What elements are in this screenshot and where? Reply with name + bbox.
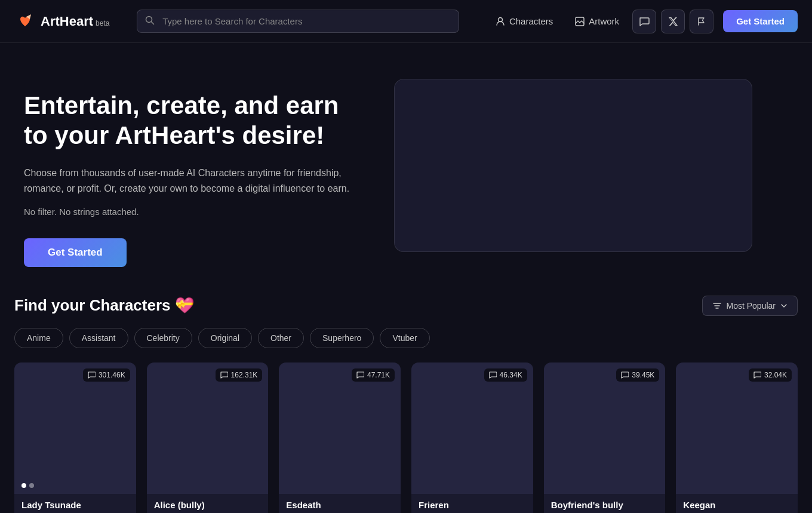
- section-title: Find your Characters 💝: [14, 296, 194, 315]
- hero-image: [394, 79, 752, 252]
- nav-get-started-button[interactable]: Get Started: [723, 10, 798, 32]
- hero-title: Entertain, create, and earn to your ArtH…: [24, 91, 358, 151]
- chat-icon-btn[interactable]: [632, 10, 656, 33]
- nav-artwork-link[interactable]: Artwork: [566, 11, 628, 32]
- flag-icon-btn[interactable]: [690, 10, 713, 33]
- card-dots: [21, 483, 34, 488]
- filter-tag-assistant[interactable]: Assistant: [69, 328, 128, 348]
- card-image: 47.71K: [279, 363, 401, 494]
- card-image: 39.45K: [544, 363, 666, 494]
- filter-tag-vtuber[interactable]: Vtuber: [380, 328, 429, 348]
- card-name: Alice (bully): [154, 500, 262, 510]
- card-name: Boyfriend's bully: [551, 500, 659, 510]
- section-header: Find your Characters 💝 Most Popular: [14, 296, 798, 316]
- card-4[interactable]: 46.34KFrierenFrieren is the main: [411, 363, 533, 513]
- sort-label: Most Popular: [727, 301, 776, 311]
- card-count-badge: 47.71K: [352, 368, 395, 382]
- sort-dropdown[interactable]: Most Popular: [702, 296, 798, 316]
- hero-text-area: Entertain, create, and earn to your ArtH…: [24, 79, 358, 267]
- card-2[interactable]: 162.31KAlice (bully)Alice is a schoolgir…: [147, 363, 269, 513]
- card-image: 32.04K: [676, 363, 798, 494]
- twitter-x-icon: [668, 17, 678, 26]
- search-bar: [137, 10, 459, 33]
- card-name: Frieren: [419, 500, 526, 510]
- hero-section: Entertain, create, and earn to your ArtH…: [0, 43, 812, 291]
- card-5[interactable]: 39.45KBoyfriend's bullyHis name is Marcu…: [544, 363, 666, 513]
- hero-description: Choose from thousands of user-made AI Ch…: [24, 165, 358, 197]
- card-body: EsdeathEsdeath was a high-ranking: [279, 494, 401, 513]
- twitter-icon-btn[interactable]: [661, 10, 685, 33]
- card-name: Keegan: [683, 500, 791, 510]
- card-body: Alice (bully)Alice is a schoolgirl at yo…: [147, 494, 269, 513]
- filter-tag-other[interactable]: Other: [258, 328, 304, 348]
- artwork-nav-icon: [574, 16, 585, 27]
- search-icon: [145, 16, 155, 27]
- nav-right: Characters Artwork Get Started: [487, 10, 798, 33]
- card-body: FrierenFrieren is the main: [411, 494, 533, 513]
- card-image: 162.31K: [147, 363, 269, 494]
- cards-grid: 301.46KLady TsunadeTsunade (綱手) is a162.…: [0, 363, 812, 513]
- brand-name: ArtHeartbeta: [41, 14, 109, 29]
- card-6[interactable]: 32.04KKeeganserious with: [676, 363, 798, 513]
- card-name: Esdeath: [286, 500, 393, 510]
- filter-tag-anime[interactable]: Anime: [14, 328, 63, 348]
- logo-area[interactable]: ArtHeartbeta: [14, 11, 109, 32]
- hero-get-started-button[interactable]: Get Started: [24, 238, 127, 267]
- card-image: 46.34K: [411, 363, 533, 494]
- hero-tagline: No filter. No strings attached.: [24, 207, 358, 217]
- chat-icon: [639, 16, 650, 27]
- flag-icon: [697, 17, 706, 26]
- nav-characters-link[interactable]: Characters: [487, 11, 561, 32]
- navbar: ArtHeartbeta Characters Artwork Get Star…: [0, 0, 812, 43]
- filter-tag-celebrity[interactable]: Celebrity: [134, 328, 192, 348]
- filter-tag-superhero[interactable]: Superhero: [310, 328, 374, 348]
- card-count-badge: 46.34K: [484, 368, 527, 382]
- filter-tags: AnimeAssistantCelebrityOriginalOtherSupe…: [14, 328, 798, 348]
- card-count-badge: 162.31K: [216, 368, 263, 382]
- svg-line-2: [152, 21, 154, 24]
- card-name: Lady Tsunade: [21, 500, 129, 510]
- filter-tag-original[interactable]: Original: [198, 328, 252, 348]
- sort-icon: [712, 301, 722, 311]
- card-count-badge: 32.04K: [749, 368, 792, 382]
- chevron-down-icon: [780, 302, 788, 309]
- card-body: Keeganserious with: [676, 494, 798, 513]
- card-body: Boyfriend's bullyHis name is Marcus. Mar…: [544, 494, 666, 513]
- characters-nav-icon: [495, 16, 506, 27]
- card-count-badge: 39.45K: [616, 368, 659, 382]
- find-characters-section: Find your Characters 💝 Most Popular Anim…: [0, 291, 812, 348]
- card-image: 301.46K: [14, 363, 136, 494]
- card-body: Lady TsunadeTsunade (綱手) is a: [14, 494, 136, 513]
- card-1[interactable]: 301.46KLady TsunadeTsunade (綱手) is a: [14, 363, 136, 513]
- card-count-badge: 301.46K: [83, 368, 130, 382]
- logo-icon: [14, 11, 36, 32]
- card-3[interactable]: 47.71KEsdeathEsdeath was a high-ranking: [279, 363, 401, 513]
- search-input[interactable]: [137, 10, 459, 33]
